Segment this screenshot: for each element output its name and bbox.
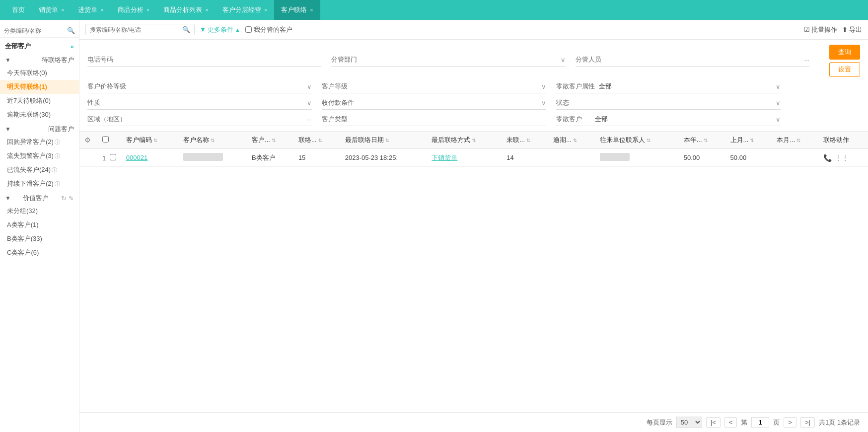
set-button[interactable]: 设置 <box>829 62 860 77</box>
gear-icon[interactable]: ⚙ <box>84 136 91 144</box>
first-page-btn[interactable]: |< <box>706 417 721 428</box>
nav-purchase-order[interactable]: 进货单 × <box>71 0 110 20</box>
sidebar-churn-warning[interactable]: 流失预警客户(3) ⓘ <box>0 149 79 163</box>
sidebar-ungrouped[interactable]: 未分组(32) <box>0 204 79 218</box>
sort-type[interactable]: 客户... ⇅ <box>252 136 289 144</box>
query-button[interactable]: 查询 <box>829 45 860 60</box>
filter-region: 区域（地区） ··· <box>87 115 312 126</box>
sidebar: 🔍 全部客户 « ▼ 待联络客户 今天待联络(0) 明天待联络(1) 近7天待联… <box>0 20 79 432</box>
close-customer-tiered[interactable]: × <box>264 7 267 13</box>
nav-customer-contact[interactable]: 客户联络 × <box>274 0 320 20</box>
payment-arrow[interactable]: ∨ <box>541 99 546 107</box>
sort-contact[interactable]: 联络... ⇅ <box>298 136 335 144</box>
sidebar-churned[interactable]: 已流失客户(24) ⓘ <box>0 163 79 177</box>
row-checkbox[interactable] <box>110 154 116 160</box>
sort-unlinkd[interactable]: 未联... ⇅ <box>506 136 543 144</box>
th-last-date[interactable]: 最后联络日期 ⇅ <box>340 132 427 149</box>
action-phone-icon[interactable]: 📞 <box>823 154 832 162</box>
close-purchase-order[interactable]: × <box>100 7 103 13</box>
retail-customer-arrow[interactable]: ∨ <box>776 116 781 123</box>
sidebar-class-a[interactable]: A类客户(1) <box>0 218 79 232</box>
last-method-link[interactable]: 下销货单 <box>432 154 457 161</box>
th-contact[interactable]: 联络... ⇅ <box>293 132 340 149</box>
sort-this-month[interactable]: 本月... ⇅ <box>777 136 813 144</box>
prev-page-btn[interactable]: < <box>724 417 737 428</box>
th-last-method[interactable]: 最后联络方式 ⇅ <box>427 132 502 149</box>
sort-last-date[interactable]: 最后联络日期 ⇅ <box>345 136 422 144</box>
sidebar-class-c[interactable]: C类客户(6) <box>0 246 79 260</box>
nav-product-analysis[interactable]: 商品分析 × <box>111 0 156 20</box>
sidebar-all-customers[interactable]: 全部客户 « <box>0 38 79 53</box>
nav-product-analysis-list[interactable]: 商品分析列表 × <box>156 0 215 20</box>
my-customers-check[interactable] <box>245 26 252 33</box>
refresh-icon[interactable]: ↻ <box>61 195 67 202</box>
edit-icon[interactable]: ✎ <box>69 195 74 202</box>
main-search-box[interactable]: 🔍 <box>85 24 195 35</box>
nav-sales-order[interactable]: 销货单 × <box>32 0 71 20</box>
batch-operation-btn[interactable]: ☑ 批量操作 <box>804 25 837 34</box>
customer-code-link[interactable]: 000021 <box>126 154 147 161</box>
sort-last-method[interactable]: 最后联络方式 ⇅ <box>432 136 497 144</box>
person-dots[interactable]: ··· <box>804 56 809 64</box>
td-overdue <box>548 149 595 167</box>
action-more-icon[interactable]: ⋮⋮ <box>835 154 849 162</box>
sort-icon-unlinkd: ⇅ <box>526 138 530 143</box>
td-last-date: 2023-05-23 18:25: <box>340 149 427 167</box>
sort-this-year[interactable]: 本年... ⇅ <box>684 136 721 144</box>
close-sales-order[interactable]: × <box>61 7 64 13</box>
page-input[interactable] <box>751 417 769 428</box>
sidebar-today-contact[interactable]: 今天待联络(0) <box>0 66 79 80</box>
next-page-btn[interactable]: > <box>784 417 796 428</box>
pagination-bar: 每页显示 50 100 200 |< < 第 页 > >| 共1页 1条记录 <box>79 412 868 432</box>
th-code[interactable]: 客户编码 ⇅ <box>121 132 178 149</box>
dept-dropdown-arrow[interactable]: ∨ <box>561 56 566 64</box>
th-overdue[interactable]: 逾期... ⇅ <box>548 132 595 149</box>
sort-overdue[interactable]: 逾期... ⇅ <box>553 136 590 144</box>
more-conditions-btn[interactable]: ▼ 更多条件 ▲ <box>200 25 240 34</box>
last-page-btn[interactable]: >| <box>800 417 815 428</box>
sort-code[interactable]: 客户编码 ⇅ <box>126 136 173 144</box>
select-all-checkbox[interactable] <box>102 136 109 143</box>
close-product-analysis[interactable]: × <box>146 7 149 13</box>
export-btn[interactable]: ⬆ 导出 <box>842 25 862 34</box>
th-this-month[interactable]: 本月... ⇅ <box>772 132 818 149</box>
sidebar-declining[interactable]: 持续下滑客户(2) ⓘ <box>0 177 79 191</box>
th-unlinkd[interactable]: 未联... ⇅ <box>502 132 548 149</box>
per-page-select[interactable]: 50 100 200 <box>676 417 702 428</box>
sidebar-search-input[interactable] <box>4 27 67 34</box>
my-customers-checkbox[interactable]: 我分管的客户 <box>245 25 292 34</box>
info-icon-3: ⓘ <box>55 180 60 188</box>
sort-name[interactable]: 客户名称 ⇅ <box>183 136 242 144</box>
th-type[interactable]: 客户... ⇅ <box>247 132 293 149</box>
checkbox-icon: ☑ <box>804 26 810 33</box>
sidebar-7day-contact[interactable]: 近7天待联络(0) <box>0 94 79 108</box>
sort-icon-last-month: ⇅ <box>750 138 754 143</box>
nav-customer-tiered[interactable]: 客户分层经营 × <box>216 0 274 20</box>
sidebar-collapse-icon[interactable]: « <box>71 43 74 50</box>
region-dots[interactable]: ··· <box>306 116 312 123</box>
th-last-month[interactable]: 上月... ⇅ <box>725 132 772 149</box>
close-customer-contact[interactable]: × <box>310 7 313 13</box>
th-related-contact[interactable]: 往来单位联系人 ⇅ <box>595 132 679 149</box>
retail-attr-arrow[interactable]: ∨ <box>776 83 781 90</box>
search-icon[interactable]: 🔍 <box>182 26 190 33</box>
sidebar-repurchase-abnormal[interactable]: 回购异常客户(2) ⓘ <box>0 135 79 149</box>
sort-related-contact[interactable]: 往来单位联系人 ⇅ <box>600 136 674 144</box>
close-product-analysis-list[interactable]: × <box>205 7 208 13</box>
sidebar-search-box[interactable]: 🔍 <box>0 24 79 38</box>
status-arrow[interactable]: ∨ <box>776 99 781 107</box>
nav-home[interactable]: 首页 <box>5 0 32 20</box>
sidebar-class-b[interactable]: B类客户(33) <box>0 232 79 246</box>
th-this-year[interactable]: 本年... ⇅ <box>679 132 725 149</box>
customer-level-arrow[interactable]: ∨ <box>541 83 546 90</box>
nature-arrow[interactable]: ∨ <box>307 99 312 107</box>
sidebar-search-icon[interactable]: 🔍 <box>67 27 75 34</box>
filter-retail-customer: 零散客户 全部 ∨ <box>556 115 781 126</box>
filter-dept: 分管部门 ∨ <box>331 55 565 67</box>
price-level-arrow[interactable]: ∨ <box>307 83 312 90</box>
th-name[interactable]: 客户名称 ⇅ <box>178 132 247 149</box>
sort-last-month[interactable]: 上月... ⇅ <box>730 136 767 144</box>
sidebar-overdue-contact[interactable]: 逾期未联络(30) <box>0 108 79 122</box>
sidebar-tomorrow-contact[interactable]: 明天待联络(1) <box>0 80 79 94</box>
main-search-input[interactable] <box>90 26 182 33</box>
